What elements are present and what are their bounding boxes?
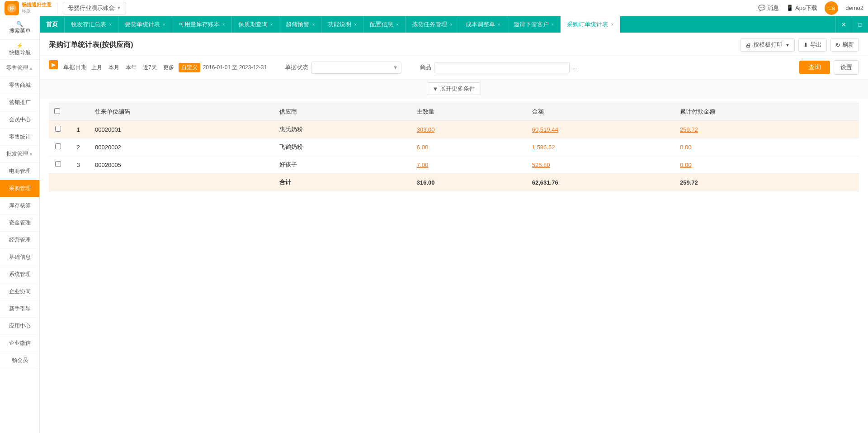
tab-invite-downstream-label: 邀请下游客户 xyxy=(514,20,549,29)
logo-title: 畅捷通好生意 xyxy=(22,2,52,8)
status-select[interactable] xyxy=(311,62,401,74)
sidebar-item-inventory[interactable]: 库存核算 xyxy=(0,197,39,214)
tab-warranty-query-close[interactable]: × xyxy=(270,22,273,27)
sidebar-item-guide[interactable]: 新手引导 xyxy=(0,300,39,318)
footer-main-qty-cell: 316.00 xyxy=(411,174,527,191)
date-shortcut-this-month[interactable]: 本月 xyxy=(107,63,121,72)
workspace-selector[interactable]: 母婴行业演示账套 ▼ xyxy=(63,2,126,14)
avatar-text: Ea xyxy=(828,5,835,11)
sidebar-item-operations[interactable]: 经营管理 xyxy=(0,232,39,249)
tab-close-all-btn[interactable]: ✕ xyxy=(835,16,852,33)
footer-label-cell xyxy=(90,174,274,191)
sidebar-item-member[interactable]: 会员中心 xyxy=(0,111,39,128)
select-all-checkbox[interactable] xyxy=(54,108,60,114)
sidebar-item-basic-info[interactable]: 基础信息 xyxy=(0,249,39,266)
sidebar-item-retail-shop[interactable]: 零售商城 xyxy=(0,77,39,94)
tab-invite-downstream-close[interactable]: × xyxy=(552,22,554,27)
message-label: 消息 xyxy=(767,4,779,12)
sidebar-quick-nav[interactable]: ⚡ 快捷导航 xyxy=(0,40,39,60)
tab-maximize-btn[interactable]: □ xyxy=(852,16,868,33)
row-checkbox[interactable] xyxy=(55,161,61,167)
tab-pick-task-close[interactable]: × xyxy=(450,22,453,27)
main-qty-link[interactable]: 6.00 xyxy=(417,144,428,151)
amount-link[interactable]: 525.80 xyxy=(532,162,550,168)
tab-goods-stats-label: 要货单统计表 xyxy=(125,20,160,29)
date-custom-btn[interactable]: 自定义 xyxy=(179,63,200,72)
svg-text:好: 好 xyxy=(9,6,14,11)
print-btn[interactable]: 🖨 按模板打印 ▼ xyxy=(741,38,795,52)
expand-conditions-btn[interactable]: ▼ 展开更多条件 xyxy=(427,82,481,95)
footer-num-cell xyxy=(67,174,90,191)
sidebar-item-purchase[interactable]: 采购管理 xyxy=(0,180,39,197)
paid-link[interactable]: 0.00 xyxy=(680,162,691,168)
tab-collect-pay-close[interactable]: × xyxy=(109,22,112,27)
table-row: 2 00020002 飞鹤奶粉 6.00 1,586.52 0.00 xyxy=(49,138,859,156)
tab-goods-stats[interactable]: 要货单统计表 × xyxy=(118,16,172,33)
paid-link[interactable]: 0.00 xyxy=(680,144,691,151)
tab-inventory-ledger[interactable]: 可用量库存账本 × xyxy=(172,16,232,33)
goods-more-btn[interactable]: ... xyxy=(572,64,577,71)
sidebar-item-enterprise[interactable]: 企业协同 xyxy=(0,283,39,300)
main-qty-link[interactable]: 7.00 xyxy=(417,162,428,168)
status-filter-label: 单据状态 xyxy=(285,63,308,71)
amount-link[interactable]: 60,519.44 xyxy=(532,126,558,133)
tab-purchase-stats-close[interactable]: × xyxy=(611,22,613,27)
refresh-btn[interactable]: ↻ 刷新 xyxy=(830,38,859,52)
filter-collapse-btn[interactable]: ▶ xyxy=(49,60,58,69)
col-header-code: 往来单位编码 xyxy=(90,103,274,121)
user-name-label[interactable]: demo2 xyxy=(845,5,863,11)
tab-invite-downstream[interactable]: 邀请下游客户 × xyxy=(507,16,561,33)
sidebar-item-app-center[interactable]: 应用中心 xyxy=(0,318,39,335)
tab-func-desc[interactable]: 功能说明 × xyxy=(321,16,363,33)
tab-pick-task[interactable]: 拣货任务管理 × xyxy=(406,16,459,33)
main-qty-link[interactable]: 303.00 xyxy=(417,126,435,133)
row-code-cell: 00020001 xyxy=(90,121,274,138)
tab-collect-pay[interactable]: 收发存汇总表 × xyxy=(65,16,118,33)
settings-btn[interactable]: 设置 xyxy=(834,60,859,75)
sidebar-item-system[interactable]: 系统管理 xyxy=(0,266,39,283)
sidebar-search[interactable]: 🔍 搜索菜单 xyxy=(0,16,39,40)
row-checkbox[interactable] xyxy=(55,143,61,149)
tab-home-label: 首页 xyxy=(46,20,58,29)
sidebar-item-marketing[interactable]: 营销推广 xyxy=(0,94,39,111)
sidebar-item-finance[interactable]: 资金管理 xyxy=(0,214,39,232)
table-row: 1 00020001 惠氏奶粉 303.00 60,519.44 259.72 xyxy=(49,121,859,138)
sidebar-item-inventory-label: 库存核算 xyxy=(0,202,39,209)
tab-func-desc-close[interactable]: × xyxy=(354,22,357,27)
tab-overstock-close[interactable]: × xyxy=(312,22,315,27)
goods-filter-input[interactable] xyxy=(434,62,570,73)
tab-overstock[interactable]: 超储预警 × xyxy=(279,16,321,33)
sidebar-item-vip[interactable]: 畅会员 xyxy=(0,352,39,369)
tab-goods-stats-close[interactable]: × xyxy=(163,22,165,27)
app-download-btn[interactable]: 📱 App下载 xyxy=(786,4,817,12)
sidebar-quick-nav-label: 快捷导航 xyxy=(0,49,39,57)
tab-cost-adjust[interactable]: 成本调整单 × xyxy=(459,16,507,33)
sidebar-item-wholesale[interactable]: 批发管理 ▼ xyxy=(0,146,39,163)
tab-inventory-ledger-close[interactable]: × xyxy=(222,22,225,27)
tab-cost-adjust-close[interactable]: × xyxy=(498,22,500,27)
tab-purchase-stats[interactable]: 采购订单统计表 × xyxy=(561,16,620,33)
amount-link[interactable]: 1,586.52 xyxy=(532,144,555,151)
col-header-num xyxy=(67,103,90,121)
sidebar-item-retail-mgmt[interactable]: 零售管理 ▲ xyxy=(0,60,39,77)
message-btn[interactable]: 💬 消息 xyxy=(758,4,779,12)
tab-cost-adjust-label: 成本调整单 xyxy=(466,20,495,29)
sidebar-item-corp-wechat[interactable]: 企业微信 xyxy=(0,335,39,352)
paid-link[interactable]: 259.72 xyxy=(680,126,698,133)
date-shortcut-more[interactable]: 更多 xyxy=(161,63,176,72)
tab-warranty-query[interactable]: 保质期查询 × xyxy=(232,16,280,33)
export-btn[interactable]: ⬇ 导出 xyxy=(798,38,827,52)
sidebar-item-retail-stats[interactable]: 零售统计 xyxy=(0,128,39,146)
sidebar-item-ecommerce[interactable]: 电商管理 xyxy=(0,163,39,180)
date-shortcut-7days[interactable]: 近7天 xyxy=(141,63,159,72)
date-custom-label: 自定义 xyxy=(181,64,198,71)
tab-config[interactable]: 配置信息 × xyxy=(363,16,406,33)
app-download-icon: 📱 xyxy=(786,5,793,11)
query-btn[interactable]: 查询 xyxy=(799,61,830,74)
date-shortcut-last-month[interactable]: 上月 xyxy=(90,63,104,72)
row-checkbox[interactable] xyxy=(55,126,61,132)
tab-config-close[interactable]: × xyxy=(396,22,399,27)
date-shortcut-this-year[interactable]: 本年 xyxy=(124,63,138,72)
user-avatar[interactable]: Ea xyxy=(825,1,838,15)
tab-home[interactable]: 首页 xyxy=(40,16,65,33)
